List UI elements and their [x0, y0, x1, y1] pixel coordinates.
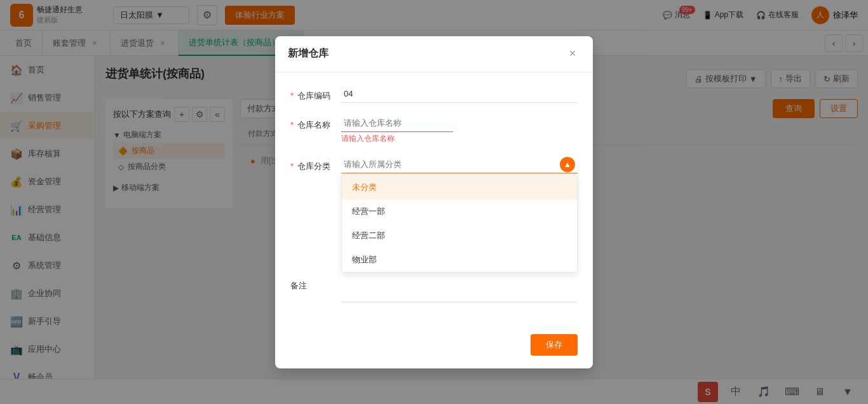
name-input[interactable]	[341, 114, 453, 132]
modal-footer: 保存	[275, 327, 593, 368]
dropdown-item-2[interactable]: 经营二部	[342, 224, 577, 248]
modal-close-btn[interactable]: ×	[565, 46, 580, 62]
note-textarea[interactable]	[341, 275, 578, 302]
modal-add-warehouse: 新增仓库 × * 仓库编码 * 仓库名称	[275, 36, 593, 368]
modal-body: * 仓库编码 * 仓库名称 请输入仓库名称	[275, 72, 593, 327]
required-star-cat: *	[290, 161, 294, 171]
modal-header: 新增仓库 ×	[275, 36, 593, 72]
category-label: * 仓库分类	[290, 156, 341, 172]
name-error-msg: 请输入仓库名称	[341, 134, 395, 143]
dropdown-item-1[interactable]: 经营一部	[342, 199, 577, 224]
category-dropdown: 未分类 经营一部 经营二部 物业部	[341, 175, 578, 273]
category-arrow-btn[interactable]: ▲	[560, 157, 575, 172]
category-select-wrap: ▲ 未分类 经营一部 经营二部 物业部	[341, 156, 578, 173]
form-row-name: * 仓库名称 请输入仓库名称	[290, 114, 578, 144]
required-star-name: *	[290, 120, 294, 130]
form-row-note: 备注	[290, 275, 578, 302]
name-input-wrap	[341, 114, 578, 132]
required-star-code: *	[290, 91, 294, 100]
save-button[interactable]: 保存	[531, 334, 578, 356]
code-label: * 仓库编码	[290, 85, 341, 102]
form-row-code: * 仓库编码	[290, 85, 578, 103]
category-input[interactable]	[341, 156, 578, 173]
dropdown-item-0[interactable]: 未分类	[342, 175, 577, 199]
form-row-category: * 仓库分类 ▲ 未分类 经营一部 经营二部 物业部	[290, 156, 578, 173]
code-input[interactable]	[341, 85, 578, 103]
modal-title: 新增仓库	[288, 47, 329, 60]
modal-overlay[interactable]: 新增仓库 × * 仓库编码 * 仓库名称	[0, 0, 868, 404]
name-label: * 仓库名称	[290, 114, 341, 131]
dropdown-item-3[interactable]: 物业部	[342, 248, 577, 272]
note-label: 备注	[290, 275, 341, 292]
